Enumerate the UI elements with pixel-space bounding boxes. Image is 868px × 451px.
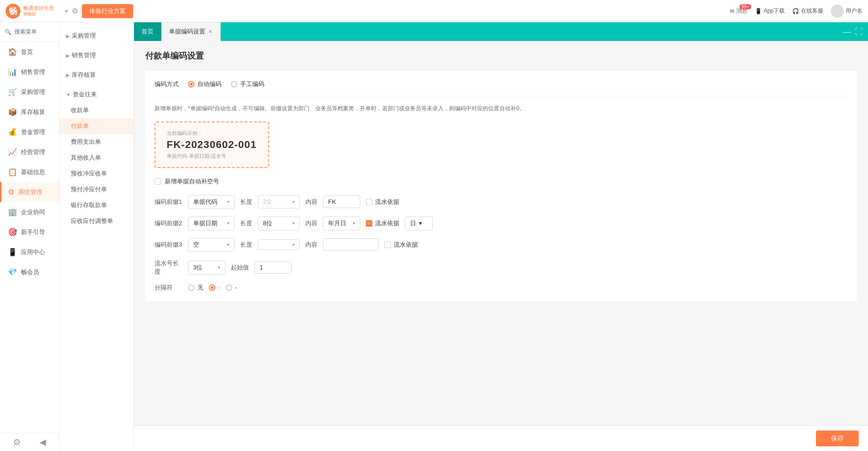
code-method-row: 编码方式 自动编码 手工编码 (155, 80, 848, 96)
sidebar-item-system[interactable]: ⚙ 系统管理 (0, 182, 59, 202)
serial-length-select[interactable]: 3位 ▾ (188, 261, 225, 275)
tab-close-icon[interactable]: ✕ (208, 28, 213, 35)
arrow-icon: ▶ (66, 34, 70, 39)
separator-none-radio[interactable]: 无 (188, 283, 203, 292)
inventory-icon: 📦 (8, 108, 17, 116)
save-button[interactable]: 保存 (816, 431, 859, 446)
tab-code-setting[interactable]: 单据编码设置 ✕ (161, 22, 221, 41)
day-select[interactable]: 日 ▾ (405, 216, 433, 230)
sales-group: ▶ 销售管理 (60, 46, 134, 65)
serial-1-checkbox[interactable] (366, 199, 372, 205)
tab-home[interactable]: 首页 (134, 22, 161, 41)
serial-3-checkbox[interactable] (384, 242, 391, 248)
second-sidebar-item-receipt[interactable]: 收款单 (60, 102, 134, 118)
prefix-row-3: 编码前缀3 空 ▾ 长度 ▾ 内容 流水依据 (155, 238, 848, 252)
second-sidebar-item-prepay-payable[interactable]: 预付冲应付单 (60, 182, 134, 197)
inventory-group-title[interactable]: ▶ 库存核算 (60, 67, 134, 83)
settings-bottom-btn[interactable]: ⚙ (13, 437, 20, 447)
second-sidebar-item-receivable-payable[interactable]: 应收应付调整单 (60, 213, 134, 229)
start-value-label: 起始值 (231, 263, 249, 272)
prefix-3-label: 编码前缀3 (155, 241, 182, 249)
chevron-down-icon2: ▾ (292, 199, 295, 204)
sidebar-search[interactable]: 🔍 搜索菜单 (0, 22, 59, 42)
service-icon: 🎧 (792, 8, 799, 14)
prefix-1-content-input[interactable] (323, 195, 360, 208)
sidebar-item-purchase[interactable]: 🛒 采购管理 (0, 82, 59, 102)
setting-panel: 编码方式 自动编码 手工编码 新增单据时，*单据编码*自动生成，不可编辑。前缀设… (145, 71, 857, 301)
chevron-down-icon6: ▾ (419, 220, 422, 227)
start-value-input[interactable] (255, 261, 292, 274)
prefix-2-select[interactable]: 单据日期 ▾ (188, 216, 235, 230)
sidebar-item-finance[interactable]: 💰 资金管理 (0, 122, 59, 142)
length-3-label: 长度 (240, 241, 252, 249)
second-sidebar-item-expense[interactable]: 费用支出单 (60, 134, 134, 150)
maximize-btn[interactable]: ⛶ (855, 27, 863, 37)
message-btn[interactable]: ✉ 消息 99+ (730, 7, 747, 15)
topbar-arrow-btn[interactable]: ▾ (65, 8, 68, 14)
sidebar-bottom: ⚙ ◀ (0, 433, 59, 451)
prefix-1-select[interactable]: 单据代码 ▾ (188, 195, 235, 209)
serial-2-checkbox[interactable]: ✓ (366, 220, 372, 227)
sales-group-title[interactable]: ▶ 销售管理 (60, 47, 134, 63)
capital-group-title[interactable]: ▼ 资金往来 (60, 87, 134, 102)
topbar-gear-btn[interactable]: ⚙ (72, 7, 78, 15)
prefix-3-select[interactable]: 空 ▾ (188, 238, 235, 252)
serial-length-row: 流水号长度 3位 ▾ 起始值 (155, 259, 848, 276)
length-1-label: 长度 (240, 198, 252, 206)
main-area: 首页 单据编码设置 ✕ — ⛶ 付款单编码设置 编码方式 自动编码 (134, 22, 868, 451)
auto-fill-row: 新增单据自动补空号 (155, 177, 848, 186)
separator-dot-radio[interactable]: · (209, 284, 220, 291)
chevron-down-icon4: ▾ (292, 221, 295, 226)
second-sidebar-item-other-income[interactable]: 其他收入单 (60, 150, 134, 166)
separator-dot-circle (209, 284, 215, 291)
system-icon: ⚙ (8, 188, 14, 196)
sidebar-item-app[interactable]: 📱 应用中心 (0, 242, 59, 262)
prefix-2-label: 编码前缀2 (155, 219, 182, 228)
chevron-down-icon7: ▾ (227, 242, 229, 247)
second-sidebar-item-bank-deposit[interactable]: 银行存取款单 (60, 197, 134, 213)
auto-fill-checkbox[interactable] (155, 178, 161, 185)
sidebar-item-member[interactable]: 💎 畅会员 (0, 262, 59, 282)
tabbar-right: — ⛶ (838, 22, 868, 41)
sidebar-item-home[interactable]: 🏠 首页 (0, 42, 59, 62)
prefix-2-content-select[interactable]: 年月日 ▾ (323, 216, 360, 230)
second-sidebar-item-prepay-receivable[interactable]: 预收冲应收单 (60, 166, 134, 182)
prefix-2-length[interactable]: 8位 ▾ (258, 216, 300, 230)
sidebar-item-sales[interactable]: 📊 销售管理 (0, 62, 59, 82)
auto-code-radio[interactable]: 自动编码 (188, 80, 222, 88)
content-area: 付款单编码设置 编码方式 自动编码 手工编码 新增单据时，*单据编码*自动生成，… (134, 41, 868, 425)
content-3-label: 内容 (305, 241, 317, 249)
manual-code-radio[interactable]: 手工编码 (231, 80, 264, 88)
sidebar-item-enterprise[interactable]: 🏢 企业协同 (0, 202, 59, 222)
collapse-btn[interactable]: ◀ (40, 437, 46, 447)
sidebar: 🔍 搜索菜单 🏠 首页 📊 销售管理 🛒 采购管理 📦 库存核算 💰 资金管理 … (0, 22, 60, 451)
separator-row: 分隔符 无 · - (155, 283, 848, 292)
prefix-1-length[interactable]: 2位 ▾ (258, 195, 300, 209)
user-avatar[interactable]: 用户名 (831, 5, 862, 18)
app-download-btn[interactable]: 📱 App下载 (755, 7, 785, 15)
topbar: 畅 畅通道好生意 旗舰版 ▾ ⚙ 体验行业方案 ✉ 消息 99+ 📱 App下载… (0, 0, 868, 22)
sidebar-item-basic[interactable]: 📋 基础信息 (0, 162, 59, 182)
sidebar-item-newbie[interactable]: 🎯 新手引导 (0, 222, 59, 242)
purchase-group-title[interactable]: ▶ 采购管理 (60, 28, 134, 44)
search-icon: 🔍 (5, 29, 12, 35)
prefix-3-content-input[interactable] (323, 238, 379, 251)
online-service-btn[interactable]: 🎧 在线客服 (792, 7, 823, 15)
member-icon: 💎 (8, 268, 17, 276)
serial-1-label: 流水依据 (375, 198, 399, 206)
code-preview-box: 当前编码示例： FK-20230602-001 单据代码-单据日期-流水号 (155, 121, 269, 168)
sidebar-item-inventory[interactable]: 📦 库存核算 (0, 102, 59, 122)
chevron-down-icon9: ▾ (218, 265, 220, 270)
second-sidebar-item-payment[interactable]: 付款单 (60, 118, 134, 134)
auto-fill-label: 新增单据自动补空号 (165, 177, 219, 186)
page-title: 付款单编码设置 (145, 50, 857, 61)
sidebar-item-operation[interactable]: 📈 经营管理 (0, 142, 59, 162)
prefix-row-2: 编码前缀2 单据日期 ▾ 长度 8位 ▾ 内容 年月日 ▾ (155, 216, 848, 230)
second-sidebar: ▶ 采购管理 ▶ 销售管理 ▶ 库存核算 ▼ 资金往来 收款单 付款单 费用支出… (60, 22, 134, 451)
serial-3-label: 流水依据 (394, 241, 418, 249)
separator-dash-radio[interactable]: - (226, 284, 237, 291)
separator-label: 分隔符 (155, 283, 182, 292)
prefix-3-length[interactable]: ▾ (258, 239, 300, 250)
try-industry-button[interactable]: 体验行业方案 (82, 4, 133, 18)
minimize-btn[interactable]: — (843, 27, 851, 37)
